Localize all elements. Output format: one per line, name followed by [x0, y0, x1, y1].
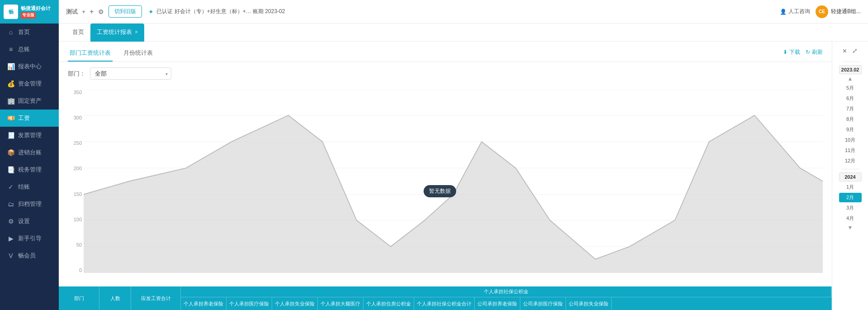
sidebar-item-guide[interactable]: ▶ 新手引导 — [0, 230, 59, 247]
gear-button[interactable]: ⚙ — [98, 8, 104, 15]
th-company-pension-label: 公司承担养老保险 — [477, 300, 517, 307]
panel-month-10[interactable]: 10月 — [839, 135, 862, 145]
panel-expand-button[interactable]: ⤢ — [850, 45, 859, 57]
th-personal-total: 个人承担社保公积金合计 — [414, 297, 475, 310]
sidebar-label-sales: 进销台账 — [18, 148, 42, 157]
logo-sub: 专业版 — [21, 12, 36, 19]
panel-close-button[interactable]: × — [841, 45, 849, 57]
sidebar-item-reports[interactable]: 📊 报表中心 — [0, 58, 59, 75]
salary-icon: 💴 — [7, 114, 14, 122]
panel-down-chevron[interactable]: ▼ — [847, 224, 854, 232]
switch-old-version-button[interactable]: 切到旧版 — [108, 5, 142, 18]
sidebar-item-tax[interactable]: 📑 税务管理 — [0, 161, 59, 178]
logo-icon: 畅 — [4, 5, 18, 19]
panel-year-2024[interactable]: 2024 — [839, 172, 862, 181]
y-label-350: 350 — [68, 90, 84, 95]
sidebar-item-settle[interactable]: ✓ 结账 — [0, 178, 59, 196]
panel-year-header[interactable]: 2023.02 — [839, 65, 862, 74]
tax-icon: 📑 — [7, 166, 14, 173]
sidebar-item-ledger[interactable]: ≡ 总账 — [0, 41, 59, 58]
th-personal-major-medical-label: 个人承担大额医疗 — [321, 300, 360, 307]
add-button[interactable]: + — [90, 8, 94, 16]
refresh-icon: ↻ — [806, 49, 810, 55]
sidebar-item-home[interactable]: ⌂ 首页 — [0, 24, 59, 41]
user-menu[interactable]: CE 轻捷通B组... — [816, 5, 861, 18]
panel-up-chevron[interactable]: ▲ — [847, 75, 854, 83]
panel-month-12[interactable]: 12月 — [839, 156, 862, 166]
panel-month-5[interactable]: 5月 — [839, 83, 862, 93]
sidebar-item-member[interactable]: V 畅会员 — [0, 247, 59, 264]
sidebar-label-reports: 报表中心 — [18, 62, 42, 71]
sidebar-item-funds[interactable]: 💰 资金管理 — [0, 75, 59, 92]
sidebar-item-salary[interactable]: 💴 工资 — [0, 110, 59, 127]
refresh-button[interactable]: ↻ 刷新 — [806, 48, 823, 56]
panel-month-2-2024[interactable]: 2月 — [839, 193, 862, 202]
sidebar-label-funds: 资金管理 — [18, 80, 42, 88]
th-personal-major-medical: 个人承担大额医疗 — [318, 297, 363, 310]
chart-svg-wrapper: 暂无数据 — [84, 90, 823, 273]
topbar-status: ✦ 已认证 好会计（专）+好生意（标）+… 账期 2023-02 — [148, 8, 285, 15]
sidebar-item-archive[interactable]: 🗂 归档管理 — [0, 196, 59, 213]
sales-icon: 📦 — [7, 149, 14, 156]
settle-icon: ✓ — [7, 183, 14, 191]
tab-salary-report[interactable]: 工资统计报表 × — [90, 24, 144, 42]
dept-filter-label: 部门： — [68, 70, 85, 78]
status-dot: ✦ — [148, 8, 154, 15]
y-label-150: 150 — [68, 191, 84, 197]
topbar-right: 👤 人工咨询 CE 轻捷通B组... — [780, 5, 861, 18]
panel-month-7[interactable]: 7月 — [839, 104, 862, 114]
consult-button[interactable]: 👤 人工咨询 — [780, 8, 810, 15]
guide-icon: ▶ — [7, 235, 14, 242]
th-count-label: 人数 — [110, 295, 120, 302]
company-name: 测试 — [66, 8, 78, 16]
th-personal-housing-label: 个人承担住房公积金 — [366, 300, 411, 307]
panel-month-9[interactable]: 9月 — [839, 125, 862, 134]
content-area: 部门工资统计表 月份统计表 ⬇ 下载 ↻ 刷新 部门： — [59, 42, 868, 310]
tab-home[interactable]: 首页 — [66, 24, 90, 42]
sidebar-item-invoice[interactable]: 🧾 发票管理 — [0, 127, 59, 144]
sidebar-label-assets: 固定资产 — [18, 97, 42, 105]
user-name: 轻捷通B组... — [831, 8, 861, 15]
sidebar: 畅 畅捷通好会计 专业版 ⌂ 首页 ≡ 总账 📊 报表中心 💰 资金管理 🏢 固… — [0, 0, 59, 310]
download-label: 下载 — [789, 48, 800, 56]
sidebar-logo: 畅 畅捷通好会计 专业版 — [0, 0, 59, 24]
subtabs-bar: 部门工资统计表 月份统计表 ⬇ 下载 ↻ 刷新 — [59, 42, 832, 62]
y-axis: 350 300 250 200 150 100 50 0 — [68, 90, 84, 273]
download-button[interactable]: ⬇ 下载 — [783, 48, 800, 56]
th-personal-total-label: 个人承担社保公积金合计 — [417, 300, 472, 307]
sidebar-item-assets[interactable]: 🏢 固定资产 — [0, 92, 59, 110]
sidebar-item-sales[interactable]: 📦 进销台账 — [0, 144, 59, 161]
th-personal-medical-label: 个人承担医疗保险 — [229, 300, 269, 307]
th-count: 人数 — [99, 286, 131, 310]
sidebar-item-settings[interactable]: ⚙ 设置 — [0, 213, 59, 230]
panel-month-4-2024[interactable]: 4月 — [839, 214, 862, 223]
panel-divider-2 — [841, 169, 859, 169]
panel-month-1-2024[interactable]: 1月 — [839, 182, 862, 192]
chart-svg — [84, 90, 823, 273]
sidebar-label-member: 畅会员 — [18, 252, 36, 260]
panel-month-6[interactable]: 6月 — [839, 94, 862, 103]
sidebar-label-home: 首页 — [18, 28, 30, 36]
consult-icon: 👤 — [780, 9, 787, 15]
company-dropdown-arrow[interactable]: ▾ — [82, 9, 85, 15]
funds-icon: 💰 — [7, 80, 14, 87]
dept-select[interactable]: 全部 财务部 销售部 技术部 — [90, 67, 171, 80]
assets-icon: 🏢 — [7, 97, 14, 105]
y-label-50: 50 — [68, 242, 84, 248]
th-personal-housing-fund: 个人承担住房公积金 — [363, 297, 414, 310]
subtab-dept[interactable]: 部门工资统计表 — [68, 46, 113, 62]
filter-bar: 部门： 全部 财务部 销售部 技术部 ▾ — [59, 62, 832, 85]
y-label-0: 0 — [68, 267, 84, 273]
th-personal-unemployment: 个人承担失业保险 — [272, 297, 318, 310]
y-label-200: 200 — [68, 166, 84, 171]
subtab-month[interactable]: 月份统计表 — [122, 46, 155, 62]
sidebar-label-tax: 税务管理 — [18, 166, 42, 174]
chart-area: 350 300 250 200 150 100 50 0 — [59, 85, 832, 286]
panel-month-11[interactable]: 11月 — [839, 146, 862, 155]
chart-container: 350 300 250 200 150 100 50 0 — [68, 90, 823, 286]
logo-main: 畅捷通好会计 — [21, 5, 51, 11]
tab-close-icon[interactable]: × — [135, 29, 138, 35]
panel-month-8[interactable]: 8月 — [839, 114, 862, 124]
th-personal-pension-label: 个人承担养老保险 — [184, 300, 223, 307]
panel-month-3-2024[interactable]: 3月 — [839, 203, 862, 213]
